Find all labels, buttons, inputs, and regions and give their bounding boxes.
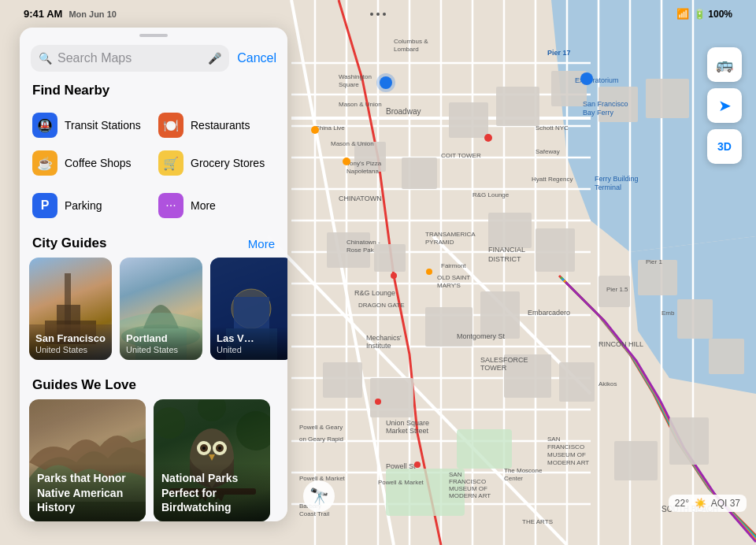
svg-point-131	[426, 269, 432, 275]
svg-text:MUSEUM OF: MUSEUM OF	[449, 485, 487, 492]
location-icon: ➤	[718, 96, 732, 115]
svg-text:Union Square: Union Square	[386, 419, 429, 427]
svg-text:CHINATOWN: CHINATOWN	[339, 195, 382, 202]
3d-button[interactable]: 3D	[707, 129, 742, 164]
city-guides-more[interactable]: More	[248, 237, 275, 250]
svg-rect-36	[374, 244, 406, 272]
city-card-portland[interactable]: Portland United States	[120, 258, 202, 360]
svg-text:Powell & Market: Powell & Market	[378, 479, 424, 486]
city-guides-header: City Guides More	[20, 229, 287, 258]
svg-rect-38	[480, 291, 520, 339]
svg-text:Embarcadero: Embarcadero	[528, 309, 570, 317]
battery-icon: 🔋 100%	[694, 9, 732, 20]
transit-icon: 🚇	[32, 113, 57, 138]
find-nearby-title: Find Nearby	[20, 80, 287, 106]
sf-card-overlay: San Francisco United States	[29, 326, 112, 360]
city-card-lasvegas[interactable]: Las V… United	[210, 258, 287, 360]
svg-point-151	[202, 447, 206, 450]
svg-text:Institute: Institute	[366, 342, 391, 350]
svg-text:MODERN ART: MODERN ART	[547, 459, 589, 466]
svg-rect-54	[496, 87, 539, 126]
search-icon: 🔍	[39, 52, 52, 65]
svg-text:San Francisco: San Francisco	[583, 100, 628, 108]
svg-rect-49	[677, 299, 713, 339]
svg-text:Chinatown -: Chinatown -	[346, 239, 380, 246]
svg-text:TRANSAMERICA: TRANSAMERICA	[425, 231, 476, 238]
svg-text:Mason & Union: Mason & Union	[331, 140, 374, 147]
svg-text:R&G Lounge: R&G Lounge	[354, 289, 395, 297]
side-panel: 🔍 Search Maps 🎤 Cancel Find Nearby 🚇 Tra…	[20, 28, 287, 521]
love-card-parks[interactable]: Parks that Honor Native American History	[29, 399, 146, 521]
svg-text:MUSEUM OF: MUSEUM OF	[547, 451, 586, 458]
portland-card-overlay: Portland United States	[120, 326, 202, 360]
binoculars-button[interactable]: 🔭	[303, 480, 335, 512]
svg-rect-52	[709, 339, 744, 374]
cancel-button[interactable]: Cancel	[237, 51, 276, 65]
city-guides-title: City Guides	[32, 235, 106, 251]
transit-button[interactable]: 🚌	[707, 47, 742, 82]
svg-rect-51	[669, 417, 709, 465]
svg-point-152	[218, 447, 221, 450]
nearby-item-more[interactable]: ··· More	[154, 187, 280, 224]
search-bar[interactable]: 🔍 Search Maps 🎤	[31, 45, 229, 72]
search-placeholder: Search Maps	[57, 51, 202, 65]
svg-text:Safeway: Safeway	[536, 148, 560, 155]
aqi-value: AQI 37	[711, 498, 740, 509]
svg-text:Mason & Union: Mason & Union	[339, 101, 382, 108]
city-card-sf[interactable]: San Francisco United States	[29, 258, 112, 360]
nearby-item-grocery[interactable]: 🛒 Grocery Stores	[154, 144, 280, 182]
svg-rect-42	[536, 228, 575, 272]
nearby-item-restaurants[interactable]: 🍽️ Restaurants	[154, 106, 280, 144]
svg-rect-46	[370, 378, 413, 417]
svg-text:Washington: Washington	[339, 73, 372, 80]
svg-point-129	[343, 158, 350, 165]
portland-country: United States	[126, 345, 196, 354]
svg-rect-34	[457, 429, 512, 469]
3d-label: 3D	[717, 140, 732, 153]
svg-text:Hyatt Regency: Hyatt Regency	[532, 176, 573, 183]
svg-text:Broadway: Broadway	[386, 107, 421, 116]
guides-we-love-header: Guides We Love	[20, 371, 287, 399]
svg-text:Columbus &: Columbus &	[394, 38, 428, 45]
wifi-icon: 📶	[676, 8, 689, 20]
sf-country: United States	[35, 345, 106, 354]
svg-rect-39	[402, 158, 437, 189]
svg-rect-45	[323, 362, 362, 398]
more-icon: ···	[158, 193, 183, 218]
birds-guide-title: National Parks Perfect for Birdwatching	[161, 471, 262, 514]
nearby-grid: 🚇 Transit Stations 🍽️ Restaurants ☕ Coff…	[20, 106, 287, 182]
svg-text:Terminal: Terminal	[595, 184, 621, 191]
coffee-icon: ☕	[32, 150, 57, 176]
svg-text:COIT TOWER: COIT TOWER	[441, 152, 481, 159]
svg-rect-41	[488, 213, 532, 248]
svg-text:R&G Lounge: R&G Lounge	[472, 191, 510, 198]
nearby-item-transit[interactable]: 🚇 Transit Stations	[28, 106, 154, 144]
svg-text:Schott NYC: Schott NYC	[536, 124, 569, 132]
sf-city-name: San Francisco	[35, 332, 106, 345]
svg-point-125	[484, 134, 492, 142]
nearby-item-parking[interactable]: P Parking	[28, 187, 154, 224]
parking-label: Parking	[65, 199, 102, 212]
city-guides-row: San Francisco United States Portland Uni…	[20, 258, 287, 371]
svg-point-124	[376, 73, 395, 92]
svg-text:MARY'S: MARY'S	[437, 282, 461, 289]
grocery-label: Grocery Stores	[191, 157, 265, 169]
svg-point-132	[580, 72, 593, 85]
location-button[interactable]: ➤	[707, 88, 742, 123]
drag-handle[interactable]	[139, 34, 168, 37]
svg-text:TOWER: TOWER	[480, 364, 507, 372]
svg-rect-53	[449, 102, 488, 138]
map-controls: 🚌 ➤ 3D	[707, 47, 742, 164]
svg-text:Rose Pak: Rose Pak	[346, 247, 375, 254]
microphone-icon[interactable]: 🎤	[208, 52, 221, 65]
lasvegas-city-name: Las V…	[217, 332, 287, 345]
svg-point-130	[311, 126, 319, 134]
svg-rect-57	[646, 79, 689, 118]
search-bar-container: 🔍 Search Maps 🎤 Cancel	[20, 42, 287, 80]
love-card-birds[interactable]: National Parks Perfect for Birdwatching	[154, 399, 270, 521]
temperature: 22°	[675, 498, 689, 509]
svg-text:SAN: SAN	[547, 436, 561, 443]
svg-text:The Moscone: The Moscone	[504, 467, 543, 474]
nearby-item-coffee[interactable]: ☕ Coffee Shops	[28, 144, 154, 182]
svg-text:Montgomery St: Montgomery St	[457, 332, 506, 340]
